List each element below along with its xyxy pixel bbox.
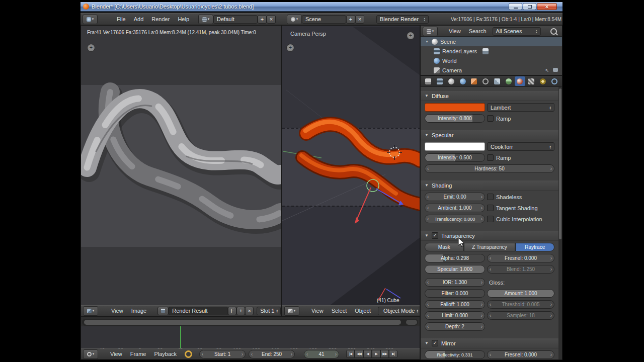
depth-field[interactable]: Depth: 2	[425, 322, 485, 331]
reflectivity-slider[interactable]: Reflectivity: 0.331	[425, 350, 485, 359]
titlebar[interactable]: Blender* [C:\Users\Usuario\Desktop\Usuar…	[80, 2, 562, 12]
specular-ramp-checkbox[interactable]	[487, 154, 494, 161]
scene-browse-button[interactable]	[287, 15, 302, 24]
jump-to-start-button[interactable]	[346, 350, 355, 358]
outliner-menu-search[interactable]: Search	[465, 28, 491, 34]
diffuse-shader-select[interactable]: Lambert	[487, 103, 554, 112]
tool-shelf-expand-icon[interactable]: +	[286, 44, 294, 52]
tab-particles[interactable]	[538, 76, 548, 86]
outliner-item-camera[interactable]: Camera ↖	[421, 65, 562, 75]
transparency-specular-slider[interactable]: Specular: 1.000	[425, 265, 485, 274]
fake-user-button[interactable]: F	[228, 307, 236, 315]
timeline-menu-playback[interactable]: Playback	[150, 351, 181, 357]
image-region-expand-icon[interactable]: +	[87, 44, 95, 52]
tangent-shading-checkbox[interactable]	[487, 205, 494, 211]
image-menu-image[interactable]: Image	[127, 308, 151, 314]
panel-header-mirror[interactable]: Mirror	[421, 338, 558, 348]
shading-translucency-field[interactable]: Translucency: 0.000	[425, 215, 485, 223]
panel-header-shading[interactable]: Shading	[421, 180, 558, 191]
tab-render[interactable]	[423, 76, 434, 86]
diffuse-intensity-slider[interactable]: Intensity: 0.800	[425, 114, 485, 123]
menu-add[interactable]: Add	[130, 16, 148, 22]
image-unlink-button[interactable]: ×	[245, 307, 254, 315]
menu-render[interactable]: Render	[147, 16, 174, 22]
falloff-field[interactable]: Falloff: 1.000	[425, 300, 485, 309]
timeline-menu-frame[interactable]: Frame	[126, 351, 150, 357]
timeline-menu-view[interactable]: View	[106, 351, 126, 357]
image-browse-button[interactable]	[157, 307, 169, 315]
panel-header-specular[interactable]: Specular	[421, 130, 558, 140]
specular-shader-select[interactable]: CookTorr	[487, 142, 554, 151]
diffuse-color-swatch[interactable]	[425, 103, 485, 112]
play-button[interactable]	[372, 350, 380, 358]
blend-field[interactable]: Blend: 1.250	[487, 265, 554, 274]
play-reverse-button[interactable]	[363, 350, 372, 358]
editor-type-info-button[interactable]	[83, 15, 98, 24]
editor-type-3dview-button[interactable]	[284, 306, 299, 316]
tab-modifiers[interactable]	[492, 76, 503, 86]
editor-type-image-button[interactable]	[83, 306, 98, 316]
shading-ambient-field[interactable]: Ambient: 1.000	[425, 204, 485, 212]
viewport-menu-view[interactable]: View	[307, 308, 328, 314]
menu-file[interactable]: File	[113, 16, 130, 22]
gloss-amount-slider[interactable]: Amount: 1.000	[487, 289, 554, 298]
timeline-ruler[interactable]: -40 -20 0 20 40 60 80 100 120 140 160 18…	[81, 326, 420, 349]
screen-layout-browse-button[interactable]	[198, 15, 213, 24]
specular-intensity-slider[interactable]: Intensity: 0.500	[425, 153, 485, 162]
threshold-field[interactable]: Threshold: 0.005	[487, 300, 554, 309]
maximize-button[interactable]	[523, 3, 536, 10]
tab-world[interactable]	[457, 76, 468, 86]
screen-layout-name[interactable]: Default	[213, 15, 258, 24]
disclosure-triangle-icon[interactable]: ▾	[425, 39, 429, 44]
editor-type-outliner-button[interactable]	[423, 27, 438, 36]
mode-select[interactable]: Object Mode	[378, 307, 420, 315]
render-preview[interactable]	[81, 26, 281, 305]
limit-field[interactable]: Limit: 0.000	[425, 311, 485, 320]
render-slot-select[interactable]: Slot 1	[257, 307, 281, 315]
viewport-menu-object[interactable]: Object	[351, 308, 375, 314]
frame-start-field[interactable]: Start: 1	[199, 350, 246, 358]
timeline-hscrollbar[interactable]	[82, 319, 418, 326]
current-frame-indicator[interactable]	[180, 326, 181, 349]
tab-object[interactable]	[469, 76, 479, 86]
ior-field[interactable]: IOR: 1.300	[425, 278, 485, 287]
outliner-item-renderlayers[interactable]: RenderLayers	[421, 46, 562, 56]
tab-constraints[interactable]	[480, 76, 491, 86]
screen-layout-delete-button[interactable]: ×	[267, 15, 276, 24]
menu-help[interactable]: Help	[174, 16, 193, 22]
viewport-canvas[interactable]: (41) Cube	[282, 26, 420, 305]
restrict-render-icon[interactable]	[553, 68, 558, 72]
diffuse-ramp-checkbox[interactable]	[487, 115, 494, 122]
tab-material[interactable]	[515, 76, 525, 86]
jump-to-end-button[interactable]	[389, 350, 397, 358]
scene-name[interactable]: Scene	[302, 15, 346, 24]
tab-object-data[interactable]	[503, 76, 514, 86]
current-frame-field[interactable]: 41	[304, 350, 339, 358]
cubic-interpolation-checkbox[interactable]	[487, 216, 494, 222]
screen-layout-add-button[interactable]: +	[258, 15, 267, 24]
image-menu-view[interactable]: View	[107, 308, 127, 314]
tab-render-layers[interactable]	[435, 76, 445, 86]
panel-header-transparency[interactable]: Transparency	[421, 231, 558, 241]
restrict-select-icon[interactable]: ↖	[545, 68, 549, 73]
mode-ztransparency-button[interactable]: Z Transparency	[464, 243, 516, 251]
fresnel-field[interactable]: Fresnel: 0.000	[487, 254, 554, 262]
viewport-menu-select[interactable]: Select	[328, 308, 351, 314]
mirror-fresnel-field[interactable]: Fresnel: 0.000	[487, 350, 554, 359]
filter-slider[interactable]: Filter: 0.000	[425, 289, 485, 298]
shadeless-checkbox[interactable]	[487, 194, 494, 200]
editor-type-timeline-button[interactable]	[83, 349, 98, 359]
transparency-enable-checkbox[interactable]	[432, 232, 438, 239]
scene-add-button[interactable]: +	[346, 15, 355, 24]
image-datablock-name[interactable]: Render Result	[169, 307, 228, 315]
search-icon[interactable]	[550, 28, 557, 35]
tab-physics[interactable]	[549, 76, 559, 86]
close-button[interactable]: ×	[537, 3, 557, 10]
mirror-enable-checkbox[interactable]	[432, 340, 438, 346]
next-keyframe-button[interactable]	[380, 350, 389, 358]
image-new-button[interactable]: +	[236, 307, 245, 315]
tab-scene[interactable]	[446, 76, 457, 86]
auto-keyframe-record-button[interactable]	[185, 350, 192, 358]
render-engine-select[interactable]: Blender Render	[376, 15, 429, 24]
specular-hardness-field[interactable]: Hardness: 50	[425, 164, 554, 173]
